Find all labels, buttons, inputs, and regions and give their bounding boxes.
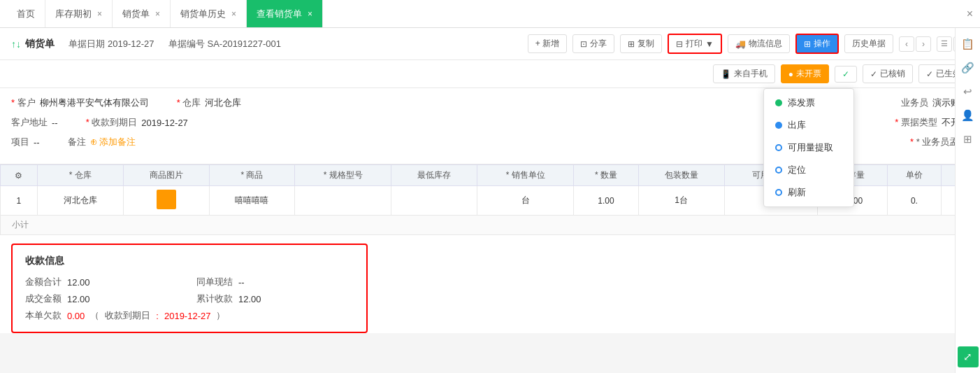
locate-dot [775,167,782,174]
current-arrears-value: 0.00 [67,311,85,321]
list-view-btn[interactable]: ☰ [937,36,952,52]
effective-icon: ✓ [926,69,933,79]
not-open-button[interactable]: ● 未开票 [781,64,829,83]
tab-sales-order[interactable]: 销货单 × [113,0,171,27]
outbound-dot [775,122,782,129]
note-add-btn[interactable]: ⊕ 添加备注 [90,136,136,148]
window-close-icon[interactable]: × [967,8,973,20]
operations-button[interactable]: ⊞ 操作 [795,34,839,54]
tab-inventory-start-label: 库存期初 [55,8,92,20]
share-icon: ⊡ [580,39,587,49]
col-product: * 商品 [209,165,295,186]
cell-min-stock [391,186,477,216]
locate-item[interactable]: 定位 [764,159,853,181]
logistics-button[interactable]: 🚚 物流信息 [728,34,790,53]
current-arrears-row: 本单欠款 0.00 （ 收款到期日 : 2019-12-27 ） [25,309,354,322]
address-field: 客户地址 -- [11,116,58,129]
refresh-label: 刷新 [788,186,806,199]
cell-quantity: 1.00 [574,186,639,216]
payment-title: 收款信息 [25,255,354,267]
tab-inventory-start[interactable]: 库存期初 × [45,0,113,27]
tab-view-sales-order-close[interactable]: × [308,9,312,19]
amount-total-value: 12.00 [67,277,90,288]
add-invoice-label: 添发票 [788,97,815,109]
customer-value: 柳州粤港平安气体有限公司 [40,97,149,109]
add-invoice-item[interactable]: 添发票 [764,92,853,114]
share-button[interactable]: ⊡ 分享 [572,34,614,53]
tab-home[interactable]: 首页 [7,0,45,27]
tab-inventory-start-close[interactable]: × [97,9,102,19]
available-qty-dot [775,144,782,151]
from-phone-button[interactable]: 📱 来自手机 [713,64,775,83]
transaction-amount-value: 12.00 [67,294,90,304]
outbound-item[interactable]: 出库 [764,114,853,136]
same-order-settlement-row: 同单现结 -- [196,276,354,288]
print-button[interactable]: ⊟ 打印 ▼ [668,34,722,54]
available-qty-item[interactable]: 可用量提取 [764,136,853,159]
copy-button[interactable]: ⊞ 复制 [620,34,662,53]
toolbar: + 新增 ⊡ 分享 ⊞ 复制 ⊟ 打印 ▼ 🚚 物流信息 ⊞ 操作 [528,34,969,54]
next-arrow[interactable]: › [916,36,931,52]
tab-home-label: 首页 [17,8,35,20]
check-button[interactable]: ✓ [835,66,857,83]
warehouse-field: 仓库 河北仓库 [177,97,242,109]
doc-title-icon: ↑↓ [11,38,21,50]
history-button[interactable]: 历史单据 [844,34,893,53]
refresh-item[interactable]: 刷新 [764,181,853,204]
cell-index: 1 [1,186,38,216]
phone-icon: 📱 [721,69,731,79]
subtotal-row: 小计 [1,216,980,235]
sidebar-icon-1[interactable]: 📋 [958,34,979,55]
logistics-icon: 🚚 [735,39,746,49]
cell-warehouse: 河北仓库 [37,186,123,216]
transaction-amount-label: 成交金额 [25,293,62,305]
arrears-row-wrap: 本单欠款 0.00 （ 收款到期日 : 2019-12-27 ） [25,309,354,322]
verified-button[interactable]: ✓ 已核销 [863,64,913,83]
note-label: 备注 [68,136,86,148]
add-button[interactable]: + 新增 [528,34,567,53]
cell-pack-qty: 1台 [638,186,724,216]
col-min-stock: 最低库存 [391,165,477,186]
verified-icon: ✓ [870,69,877,79]
cell-image [123,186,209,216]
current-arrears-label: 本单欠款 [25,309,62,322]
col-spec: * 规格型号 [295,165,391,186]
cell-sales-unit: 台 [477,186,574,216]
right-sidebar: 📋 🔗 ↩ 👤 ⊞ ⤢ [955,28,980,342]
tab-sales-order-close[interactable]: × [155,9,160,19]
tab-sales-order-history[interactable]: 销货单历史 × [171,0,247,27]
due-date-date: 2019-12-27 [164,311,211,321]
doc-title-text: 销货单 [25,38,55,50]
operations-dropdown: 添发票 出库 可用量提取 定位 刷新 [763,88,854,207]
operations-icon: ⊞ [804,39,811,49]
prev-arrow[interactable]: ‹ [899,36,914,52]
project-value: -- [34,137,40,148]
sidebar-icon-2[interactable]: 🔗 [958,57,979,78]
cumulative-payment-row: 累计收款 12.00 [196,293,354,305]
refresh-dot [775,189,782,196]
sidebar-icon-3[interactable]: ↩ [958,81,979,102]
payment-grid: 金额合计 12.00 同单现结 -- 成交金额 12.00 累计收款 12.00… [25,276,354,322]
doc-date-label: 单据日期 2019-12-27 [69,38,154,50]
copy-icon: ⊞ [628,39,635,49]
staff-label: 业务员 [901,97,928,109]
warehouse-value: 河北仓库 [205,97,241,109]
sidebar-icon-5[interactable]: ⊞ [958,129,979,150]
col-quantity: * 数量 [574,165,639,186]
tab-view-sales-order[interactable]: 查看销货单 × [247,0,323,27]
col-sales-unit: * 销售单位 [477,165,574,186]
same-order-value: -- [238,277,245,288]
customer-label: 客户 [11,97,36,109]
ticket-icon: ● [788,69,793,79]
cell-unit-price: 0. [887,186,941,216]
col-gear: ⚙ [1,165,38,186]
tab-bar: 首页 库存期初 × 销货单 × 销货单历史 × 查看销货单 × × [0,0,980,28]
sidebar-icon-4[interactable]: 👤 [958,105,979,126]
tab-sales-order-history-close[interactable]: × [231,9,236,19]
available-qty-label: 可用量提取 [788,141,833,154]
main-area: ↑↓ 销货单 单据日期 2019-12-27 单据编号 SA-20191227-… [0,28,980,333]
gear-icon[interactable]: ⚙ [15,171,22,181]
locate-label: 定位 [788,164,806,176]
address-value: -- [52,118,58,128]
print-dropdown-icon: ▼ [705,39,714,49]
